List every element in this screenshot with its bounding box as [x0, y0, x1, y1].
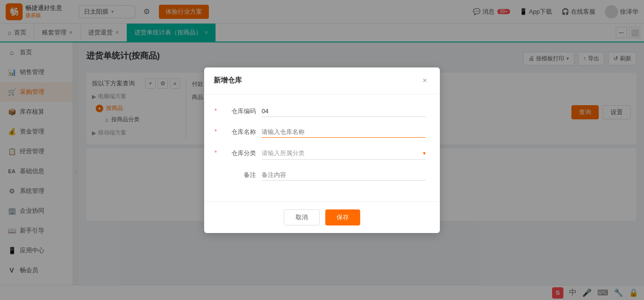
modal-footer: 取消 保存 [204, 201, 440, 233]
code-input[interactable] [262, 106, 426, 117]
remark-input[interactable] [262, 169, 426, 181]
name-input[interactable] [262, 126, 426, 138]
category-select[interactable]: 请输入所属分类 ▾ [262, 147, 426, 160]
modal-header: 新增仓库 × [204, 67, 440, 94]
name-label: 仓库名称 [218, 128, 256, 136]
category-placeholder: 请输入所属分类 [262, 149, 305, 158]
form-row-category: 仓库分类 请输入所属分类 ▾ [218, 147, 426, 160]
remark-label: 备注 [218, 171, 256, 179]
form-row-code: 仓库编码 [218, 106, 426, 117]
form-row-remark: 备注 [218, 169, 426, 181]
modal-close-button[interactable]: × [419, 75, 430, 86]
category-arrow-icon: ▾ [423, 150, 426, 157]
category-label: 仓库分类 [218, 149, 256, 158]
cancel-button[interactable]: 取消 [284, 209, 320, 225]
modal-body: 仓库编码 仓库名称 仓库分类 请输入所属分类 ▾ 备注 [204, 94, 440, 201]
save-button[interactable]: 保存 [325, 209, 360, 225]
modal-overlay: 新增仓库 × 仓库编码 仓库名称 仓库分类 请输入所属分类 ▾ [0, 0, 644, 300]
code-label: 仓库编码 [218, 107, 256, 116]
form-row-name: 仓库名称 [218, 126, 426, 138]
add-warehouse-modal: 新增仓库 × 仓库编码 仓库名称 仓库分类 请输入所属分类 ▾ [204, 67, 440, 233]
modal-title: 新增仓库 [214, 76, 242, 85]
